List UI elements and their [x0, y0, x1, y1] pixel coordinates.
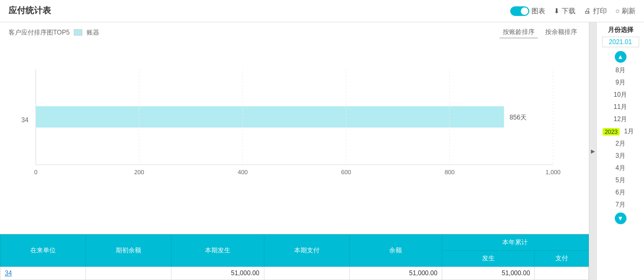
chart-label: 图表	[531, 6, 545, 16]
sidebar-month-item[interactable]: 5月	[607, 174, 634, 186]
sidebar-month-row: 2月	[607, 138, 634, 150]
svg-text:0: 0	[34, 169, 37, 175]
svg-text:856天: 856天	[510, 114, 527, 121]
th-ytd-occur: 发生	[442, 251, 534, 267]
sidebar-outer: ▶ 月份选择 ▲ 8月9月10月11月12月20231月2月3月4月5月6月7月…	[589, 22, 644, 280]
toggle-switch[interactable]	[510, 6, 529, 16]
cell-balance: 51,000.00	[349, 267, 442, 280]
svg-text:34: 34	[21, 116, 29, 124]
svg-rect-1	[36, 106, 504, 128]
sidebar-month-item[interactable]: 7月	[607, 199, 634, 211]
sort-by-amount-btn[interactable]: 按余额排序	[542, 27, 580, 38]
cell-ytd-occur: 51,000.00	[442, 267, 534, 280]
sidebar-up-arrow[interactable]: ▲	[615, 51, 626, 63]
sidebar-month-item[interactable]: 8月	[607, 64, 634, 77]
sidebar-month-row: 11月	[607, 101, 634, 113]
th-ytd-pay: 支付	[535, 251, 589, 267]
sidebar-month-row: 6月	[607, 186, 634, 199]
print-label: 打印	[593, 6, 607, 16]
sort-by-balance-btn[interactable]: 按账龄排序	[500, 27, 538, 38]
svg-text:600: 600	[341, 169, 351, 175]
print-icon: 🖨	[584, 7, 591, 15]
sidebar-month-row: 8月	[607, 64, 634, 77]
table-row: 34 51,000.00 51,000.00 51,000.00	[1, 267, 589, 280]
sidebar-month-item[interactable]: 3月	[607, 150, 634, 162]
sidebar-month-row: 20231月	[607, 125, 634, 138]
sidebar-month-item[interactable]: 4月	[607, 162, 634, 174]
chart-toggle[interactable]: 图表	[510, 6, 545, 16]
sidebar-toggle-icon: ▶	[590, 148, 596, 154]
sidebar-month-item[interactable]: 11月	[607, 101, 634, 113]
svg-text:1,000: 1,000	[546, 169, 561, 175]
legend-box-label: 账器	[87, 28, 99, 37]
th-period-occur: 本期发生	[171, 235, 264, 267]
refresh-icon: ○	[615, 7, 620, 15]
sidebar-down-arrow[interactable]: ▼	[615, 213, 626, 224]
header: 应付统计表 图表 ⬇ 下载 🖨 打印 ○ 刷新	[0, 0, 644, 22]
unit-link[interactable]: 34	[5, 269, 12, 277]
sidebar-month-item[interactable]: 1月	[624, 125, 634, 138]
svg-text:800: 800	[444, 169, 454, 175]
th-opening: 期初余额	[86, 235, 171, 267]
refresh-label: 刷新	[622, 6, 636, 16]
sidebar-month-item[interactable]: 2月	[607, 138, 634, 150]
sidebar-month-row: 5月	[607, 174, 634, 186]
year-badge: 2023	[603, 128, 620, 135]
cell-period-occur: 51,000.00	[171, 267, 264, 280]
right-sidebar: 月份选择 ▲ 8月9月10月11月12月20231月2月3月4月5月6月7月 ▼	[596, 22, 644, 280]
main-container: 应付统计表 图表 ⬇ 下载 🖨 打印 ○ 刷新	[0, 0, 644, 280]
table-section: 在来单位 期初余额 本期发生 本期支付 余额 本年累计 发生 支付	[0, 234, 589, 280]
bar-chart: 34 856天 0 200 400	[8, 48, 580, 186]
content-area: 客户应付排序图TOP5 账器 按账龄排序 按余额排序 34	[0, 22, 644, 280]
cell-opening	[86, 267, 171, 280]
sidebar-month-item[interactable]: 9月	[607, 77, 634, 89]
cell-unit: 34	[1, 267, 86, 280]
cell-ytd-pay	[535, 267, 589, 280]
download-button[interactable]: ⬇ 下载	[554, 6, 576, 16]
chart-sort-buttons: 按账龄排序 按余额排序	[500, 27, 580, 38]
svg-text:400: 400	[238, 169, 248, 175]
refresh-button[interactable]: ○ 刷新	[615, 6, 636, 16]
th-unit: 在来单位	[1, 235, 86, 267]
sidebar-toggle[interactable]: ▶	[589, 22, 596, 280]
sidebar-month-item[interactable]: 10月	[607, 89, 634, 101]
header-actions: 图表 ⬇ 下载 🖨 打印 ○ 刷新	[510, 6, 636, 16]
chart-legend: 客户应付排序图TOP5 账器	[8, 28, 99, 37]
sidebar-month-row: 4月	[607, 162, 634, 174]
page-title: 应付统计表	[8, 5, 51, 16]
sidebar-month-row: 9月	[607, 77, 634, 89]
sidebar-month-row: 10月	[607, 89, 634, 101]
svg-text:200: 200	[134, 169, 144, 175]
sidebar-year-input[interactable]	[602, 37, 639, 47]
sidebar-month-row: 7月	[607, 199, 634, 211]
print-button[interactable]: 🖨 打印	[584, 6, 607, 16]
sidebar-months-list: 8月9月10月11月12月20231月2月3月4月5月6月7月	[607, 64, 634, 211]
th-balance: 余额	[349, 235, 442, 267]
chart-area: 34 856天 0 200 400	[0, 43, 589, 234]
sidebar-month-item[interactable]: 12月	[607, 113, 634, 125]
chart-header: 客户应付排序图TOP5 账器 按账龄排序 按余额排序	[0, 22, 589, 43]
sidebar-month-item[interactable]: 6月	[607, 186, 634, 199]
th-period-pay: 本期支付	[264, 235, 349, 267]
legend-title: 客户应付排序图TOP5	[8, 28, 70, 37]
download-label: 下载	[562, 6, 576, 16]
download-icon: ⬇	[554, 7, 560, 15]
cell-period-pay	[264, 267, 349, 280]
th-ytd-group: 本年累计	[442, 235, 588, 251]
data-table: 在来单位 期初余额 本期发生 本期支付 余额 本年累计 发生 支付	[0, 234, 589, 280]
sidebar-month-row: 3月	[607, 150, 634, 162]
sidebar-month-row: 12月	[607, 113, 634, 125]
chart-section: 客户应付排序图TOP5 账器 按账龄排序 按余额排序 34	[0, 22, 589, 280]
legend-box	[74, 29, 82, 36]
sidebar-month-label: 月份选择	[608, 26, 633, 35]
